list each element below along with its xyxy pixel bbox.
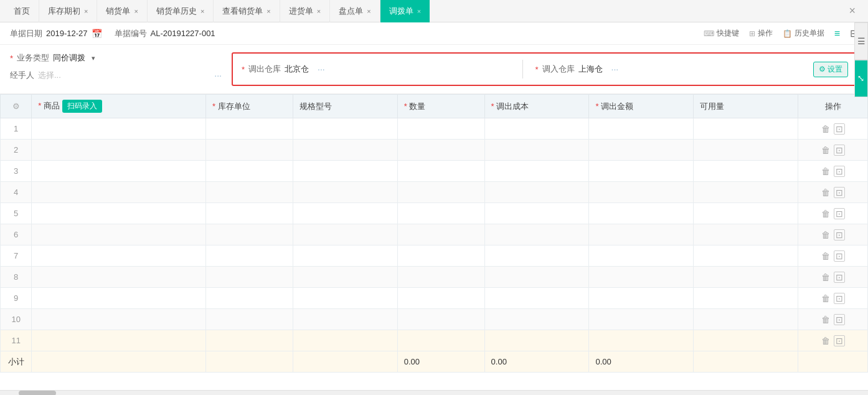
row-product[interactable] xyxy=(32,140,206,161)
row-amount[interactable] xyxy=(589,267,694,288)
scan-button[interactable]: 扫码录入 xyxy=(62,100,102,113)
tab-purchase-order-close[interactable]: × xyxy=(317,7,321,15)
row-product[interactable] xyxy=(32,309,206,330)
delete-icon[interactable]: 🗑 xyxy=(821,124,830,134)
row-product[interactable] xyxy=(32,288,206,309)
row-qty[interactable] xyxy=(397,161,484,182)
copy-icon[interactable]: ⊡ xyxy=(834,293,845,304)
row-cost[interactable] xyxy=(484,288,589,309)
settings-button[interactable]: ⚙ 设置 xyxy=(813,62,848,77)
quick-keys-button[interactable]: ⌨ 快捷键 xyxy=(704,28,739,39)
row-product[interactable] xyxy=(32,182,206,203)
row-product[interactable] xyxy=(32,267,206,288)
tab-sales-history[interactable]: 销货单历史 × xyxy=(148,0,214,22)
row-amount[interactable] xyxy=(589,288,694,309)
row-amount[interactable] xyxy=(589,203,694,224)
handler-value[interactable]: 选择... xyxy=(38,70,61,81)
delete-icon[interactable]: 🗑 xyxy=(821,315,830,325)
delete-icon[interactable]: 🗑 xyxy=(821,209,830,219)
row-qty[interactable] xyxy=(397,140,484,161)
history-docs-button[interactable]: 📋 历史单据 xyxy=(783,28,824,39)
source-warehouse-value[interactable]: 北京仓 xyxy=(285,64,309,75)
tab-sales-order[interactable]: 销货单 × xyxy=(97,0,147,22)
window-close-button[interactable]: × xyxy=(841,4,863,17)
business-type-value[interactable]: 同价调拨 xyxy=(53,52,85,64)
tab-inventory-init[interactable]: 库存期初 × xyxy=(39,0,97,22)
row-qty[interactable] xyxy=(397,182,484,203)
copy-icon[interactable]: ⊡ xyxy=(834,145,845,156)
handler-more-icon[interactable]: ··· xyxy=(214,70,222,80)
copy-icon[interactable]: ⊡ xyxy=(834,166,845,177)
tab-sales-order-close[interactable]: × xyxy=(134,7,138,15)
row-qty[interactable] xyxy=(397,203,484,224)
row-amount[interactable] xyxy=(589,140,694,161)
tab-inventory-count[interactable]: 盘点单 × xyxy=(330,0,380,22)
row-qty[interactable] xyxy=(397,224,484,245)
row-product[interactable] xyxy=(32,245,206,267)
copy-icon[interactable]: ⊡ xyxy=(834,123,845,135)
tab-view-sales[interactable]: 查看销货单 × xyxy=(214,0,280,22)
copy-icon[interactable]: ⊡ xyxy=(834,208,845,219)
row-product[interactable] xyxy=(32,203,206,224)
row-cost[interactable] xyxy=(484,140,589,161)
target-warehouse-more-icon[interactable]: ··· xyxy=(611,64,619,74)
operations-button[interactable]: ⊞ 操作 xyxy=(749,28,773,39)
delete-icon[interactable]: 🗑 xyxy=(821,188,830,198)
tab-inventory-init-close[interactable]: × xyxy=(84,7,88,15)
copy-icon[interactable]: ⊡ xyxy=(834,272,845,283)
delete-icon[interactable]: 🗑 xyxy=(821,272,830,282)
row-amount[interactable] xyxy=(589,309,694,330)
delete-icon[interactable]: 🗑 xyxy=(821,230,830,240)
delete-icon[interactable]: 🗑 xyxy=(821,166,830,176)
row-amount[interactable] xyxy=(589,224,694,245)
scroll-thumb[interactable] xyxy=(19,391,56,395)
row-qty[interactable] xyxy=(397,309,484,330)
copy-icon[interactable]: ⊡ xyxy=(834,314,845,325)
row-cost[interactable] xyxy=(484,267,589,288)
tab-purchase-order[interactable]: 进货单 × xyxy=(280,0,330,22)
delete-icon[interactable]: 🗑 xyxy=(821,293,830,303)
row-amount[interactable] xyxy=(589,161,694,182)
row-cost[interactable] xyxy=(484,203,589,224)
row-qty[interactable] xyxy=(397,245,484,267)
sidebar-list-button[interactable]: ☰ xyxy=(854,22,868,60)
delete-icon[interactable]: 🗑 xyxy=(821,251,830,261)
row-cost[interactable] xyxy=(484,118,589,140)
tab-sales-history-close[interactable]: × xyxy=(200,7,204,15)
copy-icon[interactable]: ⊡ xyxy=(834,229,845,240)
row-product[interactable] xyxy=(32,118,206,140)
target-warehouse-value[interactable]: 上海仓 xyxy=(578,64,603,75)
row-amount[interactable] xyxy=(589,330,694,351)
row-cost[interactable] xyxy=(484,224,589,245)
horizontal-scrollbar[interactable] xyxy=(0,390,868,395)
row-cost[interactable] xyxy=(484,309,589,330)
tab-inventory-count-close[interactable]: × xyxy=(367,7,370,15)
copy-icon[interactable]: ⊡ xyxy=(834,250,845,262)
tab-transfer-order-close[interactable]: × xyxy=(417,7,421,15)
row-product[interactable] xyxy=(32,330,206,351)
business-type-dropdown-icon[interactable]: ▾ xyxy=(92,54,95,62)
calendar-icon[interactable]: 📅 xyxy=(92,29,102,39)
tab-view-sales-close[interactable]: × xyxy=(267,7,270,15)
row-amount[interactable] xyxy=(589,118,694,140)
row-cost[interactable] xyxy=(484,182,589,203)
row-product[interactable] xyxy=(32,224,206,245)
delete-icon[interactable]: 🗑 xyxy=(821,145,830,155)
row-qty[interactable] xyxy=(397,118,484,140)
sidebar-expand-button[interactable]: ⤢ xyxy=(854,60,868,97)
copy-icon[interactable]: ⊡ xyxy=(834,335,845,346)
row-qty[interactable] xyxy=(397,288,484,309)
delete-icon[interactable]: 🗑 xyxy=(821,336,830,346)
row-qty[interactable] xyxy=(397,330,484,351)
table-settings-icon[interactable]: ⚙ xyxy=(12,102,20,111)
layout1-button[interactable]: ≡ xyxy=(834,28,840,39)
row-cost[interactable] xyxy=(484,245,589,267)
row-amount[interactable] xyxy=(589,182,694,203)
tab-transfer-order[interactable]: 调拨单 × xyxy=(380,0,430,22)
date-value[interactable]: 2019-12-27 xyxy=(46,29,88,38)
tab-home[interactable]: 首页 xyxy=(5,0,39,22)
row-cost[interactable] xyxy=(484,161,589,182)
row-product[interactable] xyxy=(32,161,206,182)
row-cost[interactable] xyxy=(484,330,589,351)
row-qty[interactable] xyxy=(397,267,484,288)
